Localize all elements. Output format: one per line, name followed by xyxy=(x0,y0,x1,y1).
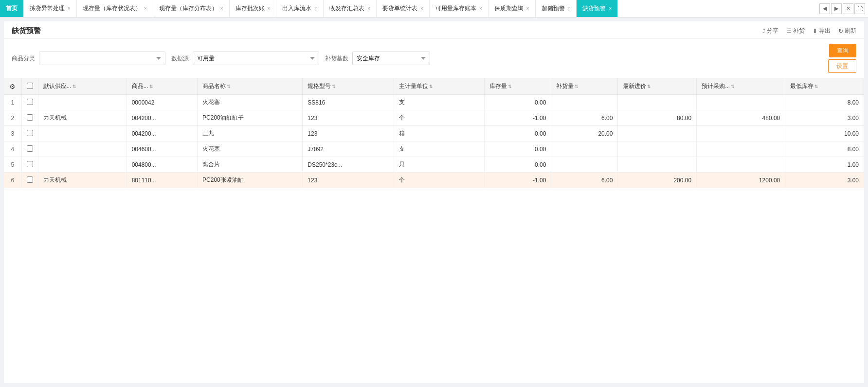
sort-icon-5: ⇅ xyxy=(332,84,336,89)
tab-item-3[interactable]: 现存量（库存分布表）× xyxy=(153,0,230,17)
query-button[interactable]: 查询 xyxy=(829,44,856,57)
col-header-1 xyxy=(21,78,38,95)
col-header-9[interactable]: 最新进价⇅ xyxy=(618,78,697,95)
tab-item-4[interactable]: 库存批次账× xyxy=(230,0,277,17)
filter-right-buttons: 查询 设置 xyxy=(828,44,856,73)
tab-prev-button[interactable]: ◀ xyxy=(819,3,830,14)
row-checkbox-input[interactable] xyxy=(27,161,33,167)
product-name-cell: 离合片 xyxy=(198,157,303,173)
tab-item-0[interactable]: 首页 xyxy=(0,0,24,17)
tab-item-8[interactable]: 可用量库存账本× xyxy=(430,0,488,17)
product-code-cell: 801110... xyxy=(127,173,197,188)
row-checkbox-input[interactable] xyxy=(27,176,33,183)
col-header-8[interactable]: 补货量⇅ xyxy=(551,78,618,95)
latest-price-cell xyxy=(618,157,697,173)
tab-item-5[interactable]: 出入库流水× xyxy=(276,0,324,17)
supplement-icon: ☰ xyxy=(786,28,792,35)
tab-close-2[interactable]: × xyxy=(144,6,147,11)
refresh-action[interactable]: ↻ 刷新 xyxy=(838,27,856,35)
table-row[interactable]: 6力天机械801110...PC200张紧油缸123个-1.006.00200.… xyxy=(4,173,864,188)
row-index: 5 xyxy=(4,157,21,173)
table-row[interactable]: 4004600...火花塞J7092支0.008.00 xyxy=(4,141,864,157)
tab-close-6[interactable]: × xyxy=(367,6,370,11)
select-all-checkbox[interactable] xyxy=(27,83,33,89)
tab-close-4[interactable]: × xyxy=(268,6,271,11)
tab-close-5[interactable]: × xyxy=(314,6,317,11)
col-header-5[interactable]: 规格型号⇅ xyxy=(303,78,394,95)
tab-item-7[interactable]: 要货单统计表× xyxy=(377,0,430,17)
category-select[interactable] xyxy=(39,52,165,65)
tab-close-all-button[interactable]: ✕ xyxy=(843,3,853,14)
row-checkbox[interactable] xyxy=(21,173,38,188)
tab-item-1[interactable]: 拣货异常处理× xyxy=(24,0,77,17)
supplement-action[interactable]: ☰ 补货 xyxy=(786,27,805,35)
col-header-7[interactable]: 库存量⇅ xyxy=(485,78,551,95)
min-stock-cell: 8.00 xyxy=(785,95,864,110)
tab-close-8[interactable]: × xyxy=(479,6,482,11)
estimated-purchase-cell xyxy=(697,95,785,110)
sort-icon-6: ⇅ xyxy=(429,84,433,89)
table-row[interactable]: 5004800...离合片DS250*23c...只0.001.00 xyxy=(4,157,864,173)
category-filter: 商品分类 xyxy=(12,52,165,65)
tab-close-10[interactable]: × xyxy=(568,6,571,11)
row-checkbox[interactable] xyxy=(21,95,38,110)
latest-price-cell xyxy=(618,141,697,157)
unit-cell: 箱 xyxy=(394,126,485,141)
row-checkbox-input[interactable] xyxy=(27,130,33,136)
settings-gear-icon[interactable]: ⚙ xyxy=(9,83,16,90)
product-name-cell: 三九 xyxy=(198,126,303,141)
estimated-purchase-cell xyxy=(697,157,785,173)
datasource-label: 数据源 xyxy=(171,54,189,63)
tab-close-3[interactable]: × xyxy=(220,6,223,11)
min-stock-cell: 8.00 xyxy=(785,141,864,157)
datasource-select[interactable]: 可用量 xyxy=(193,52,319,65)
product-name-cell: 火花塞 xyxy=(198,141,303,157)
supplier-cell xyxy=(38,141,127,157)
tab-next-button[interactable]: ▶ xyxy=(831,3,842,14)
tab-close-1[interactable]: × xyxy=(68,6,71,11)
row-checkbox[interactable] xyxy=(21,126,38,141)
replenish-select[interactable]: 安全库存 xyxy=(352,52,430,65)
unit-cell: 个 xyxy=(394,173,485,188)
replenish-cell xyxy=(551,157,618,173)
tab-item-2[interactable]: 现存量（库存状况表）× xyxy=(77,0,153,17)
col-header-2[interactable]: 默认供应...⇅ xyxy=(38,78,127,95)
tab-item-11[interactable]: 缺货预警× xyxy=(577,0,618,17)
col-header-10[interactable]: 预计采购...⇅ xyxy=(697,78,785,95)
data-table: ⚙默认供应...⇅商品...⇅商品名称⇅规格型号⇅主计量单位⇅库存量⇅补货量⇅最… xyxy=(4,78,864,188)
tab-close-11[interactable]: × xyxy=(609,6,612,11)
export-action[interactable]: ⬇ 导出 xyxy=(813,27,831,35)
tab-maximize-button[interactable]: ⛶ xyxy=(854,3,865,14)
table-container: ⚙默认供应...⇅商品...⇅商品名称⇅规格型号⇅主计量单位⇅库存量⇅补货量⇅最… xyxy=(4,78,864,377)
row-checkbox[interactable] xyxy=(21,110,38,126)
row-checkbox-input[interactable] xyxy=(27,99,33,105)
col-header-0[interactable]: ⚙ xyxy=(4,78,21,95)
spec-cell: 123 xyxy=(303,126,394,141)
setting-button[interactable]: 设置 xyxy=(828,59,856,73)
table-row[interactable]: 10000042火花塞SS816支0.008.00 xyxy=(4,95,864,110)
min-stock-cell: 3.00 xyxy=(785,173,864,188)
row-checkbox-input[interactable] xyxy=(27,145,33,152)
tab-item-9[interactable]: 保质期查询× xyxy=(488,0,536,17)
replenish-label: 补货基数 xyxy=(325,54,348,63)
sort-icon-2: ⇅ xyxy=(72,84,76,89)
table-row[interactable]: 2力天机械004200...PC200油缸缸子123个-1.006.0080.0… xyxy=(4,110,864,126)
row-checkbox[interactable] xyxy=(21,141,38,157)
tab-bar: 首页拣货异常处理×现存量（库存状况表）×现存量（库存分布表）×库存批次账×出入库… xyxy=(0,0,868,18)
share-action[interactable]: ⤴ 分享 xyxy=(762,27,778,35)
supplier-cell xyxy=(38,95,127,110)
col-header-11[interactable]: 最低库存⇅ xyxy=(785,78,864,95)
col-header-3[interactable]: 商品...⇅ xyxy=(127,78,197,95)
table-row[interactable]: 3004200...三九123箱0.0020.0010.00 xyxy=(4,126,864,141)
replenish-cell xyxy=(551,95,618,110)
filter-area: 商品分类 数据源 可用量 补货基数 安全库存 查询 设置 xyxy=(4,39,864,78)
tab-close-9[interactable]: × xyxy=(526,6,529,11)
tab-item-10[interactable]: 超储预警× xyxy=(536,0,577,17)
tab-close-7[interactable]: × xyxy=(420,6,423,11)
tab-item-6[interactable]: 收发存汇总表× xyxy=(324,0,377,17)
row-checkbox-input[interactable] xyxy=(27,114,33,121)
col-header-6[interactable]: 主计量单位⇅ xyxy=(394,78,485,95)
sort-icon-8: ⇅ xyxy=(575,84,579,89)
row-checkbox[interactable] xyxy=(21,157,38,173)
col-header-4[interactable]: 商品名称⇅ xyxy=(198,78,303,95)
